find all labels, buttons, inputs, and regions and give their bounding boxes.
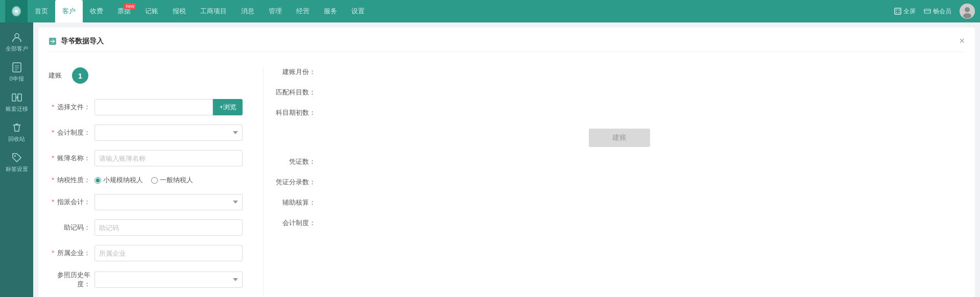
history-year-label: 参照历史年度： [49,270,94,289]
fullscreen-button[interactable]: 全屏 [894,7,916,16]
content-inner: 导爷数据导入 × 建账 1 选择文件： [38,28,975,297]
nav-item-home[interactable]: 首页 [28,0,55,22]
file-input[interactable] [94,99,213,115]
accounting-system-select[interactable] [94,125,243,141]
company-input[interactable] [94,245,243,261]
nav-item-customer[interactable]: 客户 [55,0,83,22]
company-label: 所属企业： [49,249,94,258]
sidebar-item-report[interactable]: 0申报 [2,58,32,87]
dialog-title-bar: 导爷数据导入 × [49,36,965,52]
initial-balance-label: 科目期初数： [274,108,320,117]
step-label: 建账 [49,71,62,80]
tax-type-label: 纳税性质： [49,176,94,185]
top-nav: 首页 客户 收费 票据 new 记账 报税 工商项目 消息 管理 经营 服务 设… [0,0,980,22]
voucher-entries-row: 凭证分录数： [274,178,965,187]
build-month-label: 建账月份： [274,67,320,77]
match-subjects-row: 匹配科目数： [274,88,965,97]
nav-item-business[interactable]: 工商项目 [193,0,234,22]
svg-point-0 [15,10,18,13]
ledger-name-label: 账簿名称： [49,154,94,163]
vip-button[interactable]: 畅会员 [924,7,951,16]
auxiliary-label: 辅助核算： [274,198,320,207]
nav-item-account[interactable]: 记账 [138,0,165,22]
svg-rect-7 [13,63,21,72]
tax-type-radio-group: 小规模纳税人 一般纳税人 [94,176,243,185]
tax-type-small-radio[interactable] [94,177,101,184]
nav-item-message[interactable]: 消息 [234,0,261,22]
build-account-button[interactable]: 建账 [589,129,650,147]
nav-item-billing[interactable]: 收费 [83,0,110,22]
accounting-system-row: 会计制度： [49,125,243,141]
dialog-title-left: 导爷数据导入 [49,37,104,46]
new-badge: new [124,3,136,9]
file-input-group: +浏览 [94,99,243,115]
tax-type-general-radio[interactable] [151,177,158,184]
dialog-title-text: 导爷数据导入 [61,37,104,46]
file-row: 选择文件： +浏览 [49,99,243,115]
ledger-name-input[interactable] [94,150,243,166]
auxiliary-row: 辅助核算： [274,198,965,207]
browse-button[interactable]: +浏览 [213,99,243,115]
svg-rect-2 [924,9,930,13]
build-month-row: 建账月份： [274,67,965,77]
svg-point-6 [15,34,19,38]
nav-item-tax[interactable]: 报税 [165,0,193,22]
build-button-container: 建账 [274,129,965,147]
sidebar-item-all-clients[interactable]: 全部客户 [2,28,32,57]
company-row: 所属企业： [49,245,243,261]
form-left: 建账 1 选择文件： +浏览 [49,67,263,297]
accountant-row: 指派会计： [49,194,243,210]
sidebar-item-trash[interactable]: 回收站 [2,118,32,147]
history-year-row: 参照历史年度： [49,270,243,289]
content-area: 导爷数据导入 × 建账 1 选择文件： [33,22,980,297]
svg-point-4 [965,7,970,12]
file-label: 选择文件： [49,103,94,112]
voucher-count-row: 凭证数： [274,157,965,166]
svg-point-5 [963,13,971,18]
voucher-entries-label: 凭证分录数： [274,178,320,187]
step-indicator: 建账 1 [49,67,243,84]
memo-input[interactable] [94,219,243,236]
tax-type-small[interactable]: 小规模纳税人 [94,176,143,185]
sidebar-item-migration[interactable]: 账套迁移 [2,88,32,117]
memo-row: 助记码： [49,219,243,236]
right-accounting-system-label: 会计制度： [274,218,320,228]
main-layout: 全部客户 0申报 账套迁移 回收站 [0,22,980,297]
accounting-system-label: 会计制度： [49,128,94,137]
sidebar-item-tags[interactable]: 标签设置 [2,148,32,177]
nav-right: 全屏 畅会员 [894,4,975,19]
nav-item-manage[interactable]: 管理 [261,0,289,22]
nav-item-operation[interactable]: 经营 [289,0,317,22]
ledger-name-row: 账簿名称： [49,150,243,166]
close-button[interactable]: × [959,36,965,46]
accountant-label: 指派会计： [49,197,94,207]
nav-item-service[interactable]: 服务 [317,0,344,22]
step-circle: 1 [72,67,88,84]
svg-rect-1 [895,8,901,14]
nav-item-invoice[interactable]: 票据 new [110,0,138,22]
avatar[interactable] [960,4,975,19]
svg-point-10 [14,155,16,157]
voucher-count-label: 凭证数： [274,157,320,166]
logo[interactable] [5,0,28,22]
accountant-select[interactable] [94,194,243,210]
initial-balance-row: 科目期初数： [274,108,965,117]
tax-type-general[interactable]: 一般纳税人 [151,176,193,185]
svg-rect-9 [18,94,21,101]
form-wrapper: 建账 1 选择文件： +浏览 [49,62,965,297]
right-accounting-system-row: 会计制度： [274,218,965,228]
form-right: 建账月份： 匹配科目数： 科目期初数： 建账 [263,67,965,297]
svg-rect-8 [12,94,16,101]
import-icon [49,37,57,45]
tax-type-row: 纳税性质： 小规模纳税人 一般纳税人 [49,176,243,185]
match-subjects-label: 匹配科目数： [274,88,320,97]
memo-label: 助记码： [49,223,94,232]
sidebar: 全部客户 0申报 账套迁移 回收站 [0,22,33,297]
history-year-select[interactable] [94,271,243,288]
nav-item-settings[interactable]: 设置 [344,0,372,22]
